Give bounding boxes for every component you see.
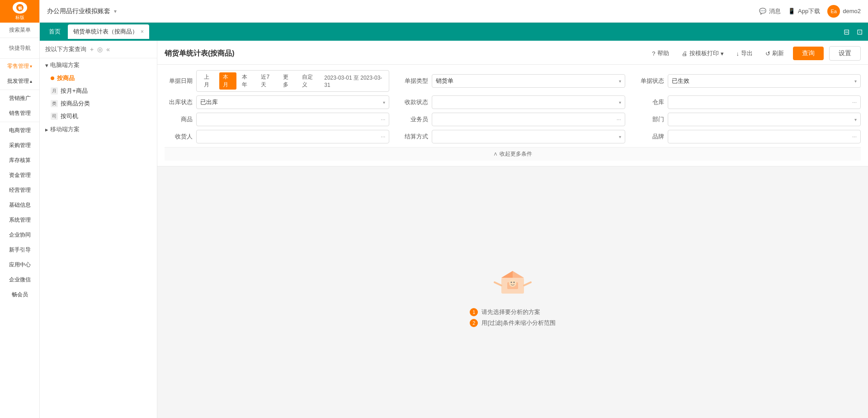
filter-doc-type-control[interactable]: 销货单 ▾	[432, 74, 625, 88]
query-btn[interactable]: 查询	[793, 47, 824, 60]
filter-date-label: 单据日期	[165, 77, 196, 85]
mobile-scheme-section: ▸ 移动端方案	[40, 123, 157, 136]
filter-pay-status-control[interactable]: ▾	[432, 95, 625, 109]
filter-receiver-control[interactable]: ···	[196, 130, 389, 143]
filter-goods-control[interactable]: ···	[196, 113, 389, 126]
department-dropdown-icon: ▾	[854, 117, 857, 122]
sidebar-item-basic-info[interactable]: 基础信息	[0, 198, 39, 213]
quick-nav-item[interactable]: 快捷导航	[0, 38, 39, 59]
date-btn-custom[interactable]: 自定义	[298, 72, 321, 90]
sidebar-item-purchase[interactable]: 采购管理	[0, 138, 39, 153]
tab-close-icon[interactable]: ×	[141, 28, 144, 35]
quick-nav-label[interactable]: 快捷导航	[0, 40, 39, 57]
sidebar-item-system[interactable]: 系统管理	[0, 213, 39, 228]
sidebar-item-member[interactable]: 畅会员	[0, 287, 39, 302]
tab-minimize-icon[interactable]: ⊟	[842, 26, 851, 38]
help-btn[interactable]: ? 帮助	[648, 48, 672, 59]
scheme-by-goods-category-label: 按商品分类	[61, 100, 90, 108]
svg-point-8	[514, 282, 515, 283]
collapse-filter-btn[interactable]: ∧ 收起更多条件	[165, 147, 861, 161]
date-btn-this-month[interactable]: 本月	[219, 72, 236, 90]
filter-out-status-control[interactable]: 已出库 ▾	[196, 95, 389, 109]
scheme-by-goods[interactable]: 按商品	[40, 72, 157, 85]
filter-warehouse-control[interactable]: ···	[668, 95, 861, 109]
sidebar-item-sales[interactable]: 销售管理	[0, 106, 39, 121]
app-subtitle: 标版	[15, 14, 24, 21]
filter-doc-status: 单据状态 已生效 ▾	[636, 74, 861, 88]
scheme-category-icon: 类	[51, 100, 58, 107]
brand-more-icon: ···	[852, 133, 857, 140]
sidebar-item-enterprise[interactable]: 企业协同	[0, 228, 39, 242]
filter-doc-status-control[interactable]: 已生效 ▾	[668, 74, 861, 88]
message-btn[interactable]: 💬 消息	[759, 7, 781, 15]
active-tab-label: 销货单统计表（按商品）	[73, 28, 138, 36]
filter-department-control[interactable]: ▾	[668, 113, 861, 126]
filter-brand-control[interactable]: ···	[668, 130, 861, 143]
sidebar-item-sales-label: 销售管理	[9, 109, 31, 117]
app-logo: 畅 标版	[0, 0, 39, 23]
filter-warehouse: 仓库 ···	[636, 95, 861, 109]
collapse-up-icon: ∧	[493, 151, 498, 157]
salesman-more-icon: ···	[617, 116, 621, 123]
sidebar-item-operations[interactable]: 经营管理	[0, 183, 39, 198]
add-scheme-btn[interactable]: +	[90, 46, 94, 53]
filter-goods: 商品 ···	[165, 113, 389, 126]
edit-scheme-btn[interactable]: ◎	[97, 46, 103, 53]
tip-num-1: 1	[470, 308, 478, 316]
topbar-dropdown-icon[interactable]: ▾	[114, 8, 117, 14]
filter-salesman-control[interactable]: ···	[432, 113, 625, 126]
sidebar-item-inventory[interactable]: 库存核算	[0, 153, 39, 168]
print-btn[interactable]: 🖨 按模板打印 ▾	[678, 48, 727, 59]
svg-point-6	[509, 280, 516, 287]
sidebar-item-retail[interactable]: 零售管理 ▾	[0, 59, 39, 74]
warehouse-more-icon: ···	[852, 99, 857, 105]
refresh-btn[interactable]: ↺ 刷新	[762, 48, 788, 59]
scheme-by-driver[interactable]: 司 按司机	[40, 110, 157, 123]
svg-point-7	[511, 282, 512, 283]
print-dropdown-icon: ▾	[721, 50, 724, 57]
sidebar-item-ecommerce[interactable]: 电商管理	[0, 123, 39, 138]
search-menu-item[interactable]: 搜索菜单	[0, 23, 39, 38]
active-tab[interactable]: 销货单统计表（按商品） ×	[68, 24, 149, 39]
svg-line-9	[495, 282, 501, 285]
filter-pay-status: 收款状态 ▾	[400, 95, 625, 109]
date-btn-this-year[interactable]: 本年	[238, 72, 255, 90]
sidebar-item-basic-info-label: 基础信息	[9, 201, 31, 209]
main-panel: 销货单统计表(按商品) ? 帮助 🖨 按模板打印 ▾ ↓ 导出	[157, 41, 868, 418]
date-btn-last-month[interactable]: 上月	[200, 72, 217, 90]
scheme-by-goods-category[interactable]: 类 按商品分类	[40, 97, 157, 110]
filter-date-control[interactable]: 上月 本月 本年 近7天 更多 自定义 2023-03-01 至 2023-03…	[196, 70, 389, 92]
export-label: 导出	[741, 49, 753, 57]
empty-tips: 1 请先选择要分析的方案 2 用[过滤]条件来缩小分析范围	[470, 308, 555, 327]
print-icon: 🖨	[682, 50, 688, 57]
user-profile-btn[interactable]: Ea demo2	[827, 5, 861, 18]
filter-payment-control[interactable]: ▾	[432, 130, 625, 143]
mobile-scheme-header[interactable]: ▸ 移动端方案	[40, 123, 157, 136]
sidebar-item-wholesale[interactable]: 批发管理 ▴	[0, 74, 39, 89]
mobile-scheme-label: 移动端方案	[50, 125, 80, 133]
sidebar-item-marketing[interactable]: 营销推广	[0, 91, 39, 106]
filter-sidebar: 按以下方案查询 + ◎ « ▾ 电脑端方案 按商品 月 按月	[40, 41, 157, 418]
sidebar-item-finance[interactable]: 资金管理	[0, 168, 39, 183]
wholesale-expand-icon: ▴	[30, 79, 32, 84]
pc-scheme-header[interactable]: ▾ 电脑端方案	[40, 58, 157, 72]
app-download-btn[interactable]: 📱 App下载	[788, 7, 820, 15]
date-btn-7days[interactable]: 近7天	[257, 72, 277, 90]
tab-expand-icon[interactable]: ⊡	[855, 26, 864, 38]
pc-scheme-section: ▾ 电脑端方案 按商品 月 按月+商品 类 按商品分类	[40, 58, 157, 123]
date-filter-buttons: 上月 本月 本年 近7天 更多 自定义	[200, 72, 321, 90]
filter-area: 单据日期 上月 本月 本年 近7天 更多 自定义 2023-03-01 至 20…	[157, 65, 868, 166]
sidebar-item-onboarding[interactable]: 新手引导	[0, 242, 39, 257]
export-icon: ↓	[736, 50, 740, 57]
scheme-by-month-goods[interactable]: 月 按月+商品	[40, 85, 157, 97]
filter-doc-type: 单据类型 销货单 ▾	[400, 74, 625, 88]
home-tab[interactable]: 首页	[43, 24, 66, 39]
date-btn-more[interactable]: 更多	[279, 72, 297, 90]
setting-btn[interactable]: 设置	[829, 46, 861, 61]
sidebar-item-apps[interactable]: 应用中心	[0, 257, 39, 272]
scheme-by-driver-label: 按司机	[61, 112, 78, 120]
sidebar-item-finance-label: 资金管理	[9, 171, 31, 179]
sidebar-item-wechat[interactable]: 企业微信	[0, 272, 39, 287]
collapse-sidebar-btn[interactable]: «	[106, 46, 110, 53]
export-btn[interactable]: ↓ 导出	[733, 48, 757, 59]
